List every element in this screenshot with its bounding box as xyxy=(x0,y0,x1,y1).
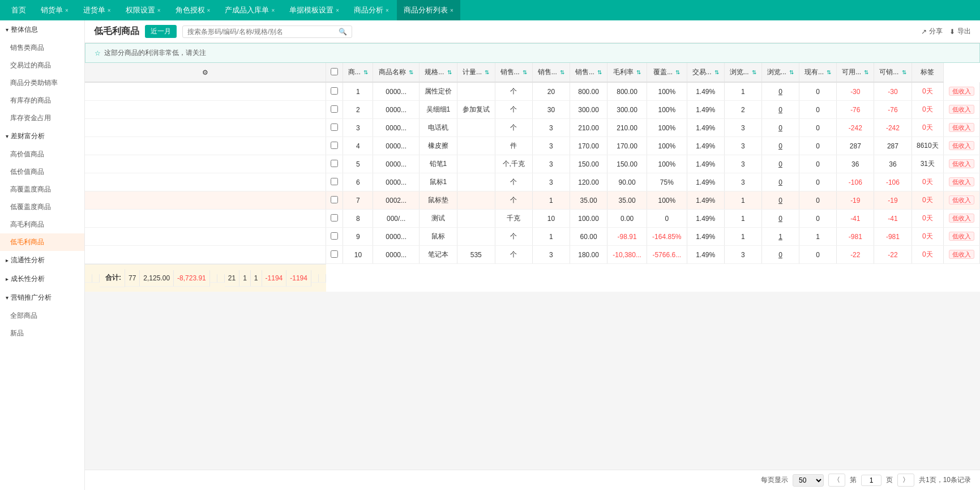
footer-label: 合计: xyxy=(100,269,125,287)
nav-close-icon[interactable]: × xyxy=(450,7,453,14)
row-checkbox[interactable] xyxy=(331,160,338,167)
search-icon[interactable]: 🔍 xyxy=(339,28,347,36)
sidebar-item[interactable]: 商品分类助销率 xyxy=(0,74,84,92)
page-label-pre: 第 xyxy=(850,475,857,485)
nav-close-icon[interactable]: × xyxy=(157,7,161,14)
row-checkbox[interactable] xyxy=(331,123,338,131)
sidebar-item[interactable]: 新品 xyxy=(0,325,84,342)
collapse-arrow-icon: ▸ xyxy=(6,276,8,282)
view1-link[interactable]: 0 xyxy=(778,178,782,186)
prev-page-button[interactable]: 〈 xyxy=(828,474,845,487)
footer-view1: 1 xyxy=(239,270,251,287)
table-row: 60000...鼠标1个3120.0090.0075%1.49%300-106-… xyxy=(85,173,980,191)
footer-sales-qty: 77 xyxy=(125,270,140,287)
date-filter-button[interactable]: 近一月 xyxy=(145,25,177,38)
table-container: ⚙ 商... ⇅ 商品名称 ⇅ 规格... ⇅ 计量... ⇅ 销售... ⇅ … xyxy=(85,63,980,470)
section-label: 差财富分析 xyxy=(11,131,45,141)
page-input[interactable] xyxy=(861,475,881,486)
th-view1: 浏览... ⇅ xyxy=(724,63,761,82)
row-checkbox[interactable] xyxy=(331,196,338,203)
next-page-button[interactable]: 〉 xyxy=(897,474,914,487)
nav-item[interactable]: 产成品入库单 × xyxy=(218,0,281,20)
sidebar-section-header[interactable]: ▸流通性分析 xyxy=(0,251,84,270)
sidebar-item[interactable]: 有库存的商品 xyxy=(0,92,84,109)
view1-link[interactable]: 1 xyxy=(778,233,782,241)
tag-badge: 低收入 xyxy=(949,159,974,168)
sidebar-section-header[interactable]: ▸成长性分析 xyxy=(0,270,84,288)
sidebar-item[interactable]: 低覆盖度商品 xyxy=(0,198,84,216)
nav-close-icon[interactable]: × xyxy=(271,7,275,14)
row-checkbox[interactable] xyxy=(331,105,338,113)
nav-item[interactable]: 单据模板设置 × xyxy=(283,0,346,20)
sidebar-item[interactable]: 低毛利商品 xyxy=(0,233,84,251)
nav-item[interactable]: 权限设置 × xyxy=(119,0,168,20)
pagination-bar: 每页显示 50 100 200 〈 第 页 〉 共1页，10条记录 xyxy=(85,470,980,490)
sidebar-section-header[interactable]: ▾差财富分析 xyxy=(0,127,84,146)
sidebar-item[interactable]: 低价值商品 xyxy=(0,163,84,181)
sidebar: ▾整体信息销售类商品交易过的商品商品分类助销率有库存的商品库存资金占用▾差财富分… xyxy=(0,20,85,490)
table-row: 20000...吴细细1参加复试个30300.00300.00100%1.49%… xyxy=(85,101,980,119)
page-title: 低毛利商品 xyxy=(94,25,139,37)
nav-close-icon[interactable]: × xyxy=(336,7,339,14)
sidebar-item[interactable]: 交易过的商品 xyxy=(0,57,84,74)
th-stock-now: 现有... ⇅ xyxy=(799,63,837,82)
row-checkbox[interactable] xyxy=(331,232,338,240)
view1-link[interactable]: 0 xyxy=(778,160,782,168)
search-input[interactable] xyxy=(187,28,336,36)
section-label: 整体信息 xyxy=(11,25,38,35)
select-all-checkbox[interactable] xyxy=(331,68,338,75)
view1-link[interactable]: 0 xyxy=(778,88,782,96)
sidebar-section-header[interactable]: ▾整体信息 xyxy=(0,20,84,39)
table-row: 30000...电话机个3210.00210.00100%1.49%300-24… xyxy=(85,119,980,137)
view1-link[interactable]: 0 xyxy=(778,142,782,150)
nav-close-icon[interactable]: × xyxy=(108,7,111,14)
th-code: 商... ⇅ xyxy=(343,63,373,82)
total-label: 共1页，10条记录 xyxy=(919,475,971,485)
view1-link[interactable]: 0 xyxy=(778,215,782,223)
share-button[interactable]: ↗ 分享 xyxy=(921,27,943,36)
page-label: 页 xyxy=(886,475,893,485)
search-box[interactable]: 🔍 xyxy=(182,25,352,38)
th-checkbox[interactable] xyxy=(326,63,343,82)
nav-item[interactable]: 商品分析列表 × xyxy=(397,0,460,20)
sidebar-item[interactable]: 全部商品 xyxy=(0,307,84,325)
row-checkbox[interactable] xyxy=(331,214,338,221)
export-button[interactable]: ⬇ 导出 xyxy=(949,27,971,36)
info-icon: ☆ xyxy=(95,49,101,57)
sidebar-item[interactable]: 高毛利商品 xyxy=(0,216,84,233)
nav-item[interactable]: 销货单 × xyxy=(34,0,75,20)
sidebar-item[interactable]: 库存资金占用 xyxy=(0,109,84,127)
footer-sales-profit: -8,723.91 xyxy=(174,270,210,287)
page-size-label: 每页显示 xyxy=(761,475,788,485)
sidebar-item[interactable]: 高价值商品 xyxy=(0,146,84,163)
info-banner: ☆ 这部分商品的利润非常低，请关注 xyxy=(85,43,980,63)
tag-badge: 低收入 xyxy=(949,195,974,204)
row-checkbox[interactable] xyxy=(331,250,338,258)
page-size-select[interactable]: 50 100 200 xyxy=(793,474,824,487)
nav-close-icon[interactable]: × xyxy=(386,7,389,14)
th-view2: 浏览... ⇅ xyxy=(761,63,799,82)
row-checkbox[interactable] xyxy=(331,87,338,95)
nav-item[interactable]: 进货单 × xyxy=(76,0,118,20)
nav-item[interactable]: 商品分析 × xyxy=(347,0,396,20)
table-body: 10000...属性定价个20800.00800.00100%1.49%100-… xyxy=(85,82,980,264)
row-checkbox[interactable] xyxy=(331,178,338,185)
th-settings[interactable]: ⚙ xyxy=(85,63,326,82)
view1-link[interactable]: 0 xyxy=(778,124,782,132)
th-sales-profit: 销售... ⇅ xyxy=(570,63,607,82)
page-header: 低毛利商品 近一月 🔍 ↗ 分享 ⬇ 导出 xyxy=(85,20,980,43)
view1-link[interactable]: 0 xyxy=(778,197,782,204)
row-checkbox[interactable] xyxy=(331,142,338,149)
nav-item[interactable]: 角色授权 × xyxy=(169,0,217,20)
view1-link[interactable]: 0 xyxy=(778,106,782,114)
collapse-arrow-icon: ▾ xyxy=(6,295,8,301)
nav-close-icon[interactable]: × xyxy=(207,7,211,14)
view1-link[interactable]: 0 xyxy=(778,251,782,259)
sidebar-item[interactable]: 高覆盖度商品 xyxy=(0,181,84,198)
sidebar-section-header[interactable]: ▾营销推广分析 xyxy=(0,288,84,307)
nav-item[interactable]: 首页 xyxy=(5,0,33,20)
table-row: 40000...橡皮擦件3170.00170.00100%1.49%300287… xyxy=(85,137,980,155)
sidebar-item[interactable]: 销售类商品 xyxy=(0,39,84,57)
nav-close-icon[interactable]: × xyxy=(65,7,69,14)
footer-available: -1194 xyxy=(286,270,311,287)
